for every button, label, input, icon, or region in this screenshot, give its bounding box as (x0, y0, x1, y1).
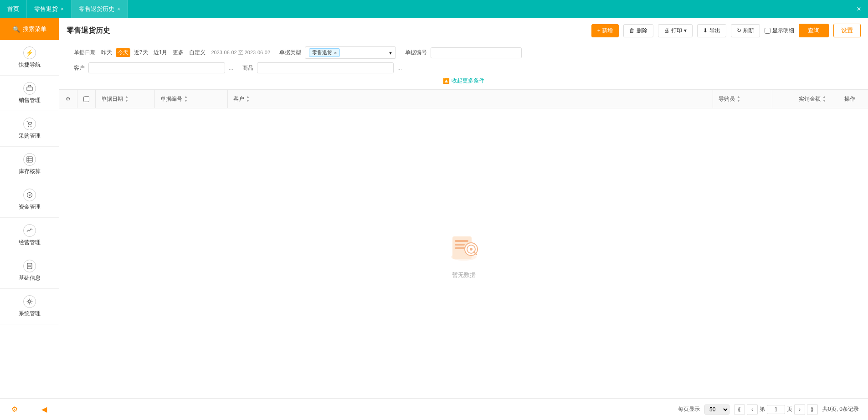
page-title-row: 零售退货历史 + 新增 🗑 删除 🖨 打印 ▾ ⬇ 导出 (67, 24, 861, 37)
collapse-label: 收起更多条件 (452, 77, 484, 85)
sidebar-item-label: 库存核算 (19, 168, 41, 175)
date-btn-1month[interactable]: 近1月 (152, 48, 169, 57)
tab-bar: 首页 零售退货 × 零售退货历史 × (0, 0, 850, 18)
date-btn-yesterday[interactable]: 昨天 (99, 48, 114, 57)
page-nav: ⟪ ‹ 第 页 › ⟫ (734, 404, 818, 415)
sidebar-item-label: 资金管理 (19, 203, 41, 211)
sidebar-bottom: ⚙ ◀ (0, 398, 59, 420)
delete-button[interactable]: 🗑 删除 (623, 24, 653, 37)
settings-icon-button[interactable]: ⚙ (7, 402, 22, 417)
close-icon[interactable]: × (61, 6, 64, 12)
th-customer[interactable]: 客户 ▲ ▼ (228, 90, 713, 108)
basic-info-icon (23, 260, 36, 272)
tab-retail-return[interactable]: 零售退货 × (27, 0, 72, 18)
th-amount[interactable]: 实销金额 ▲ ▼ (772, 90, 832, 108)
type-filter-label: 单据类型 (279, 49, 301, 56)
print-dropdown-icon: ▾ (684, 27, 687, 34)
close-icon[interactable]: × (117, 6, 120, 12)
date-btn-more[interactable]: 更多 (171, 48, 185, 57)
tab-home-label: 首页 (7, 5, 19, 13)
svg-rect-0 (27, 87, 32, 91)
sidebar-item-finance[interactable]: ¥ 资金管理 (0, 182, 59, 218)
collapse-button[interactable]: 🔼 收起更多条件 (443, 77, 484, 85)
prev-page-button[interactable]: ‹ (747, 404, 758, 415)
th-guide-label: 导购员 (719, 95, 735, 103)
sidebar-item-purchase[interactable]: 采购管理 (0, 111, 59, 147)
tab-home[interactable]: 首页 (0, 0, 27, 18)
sidebar-search-label: 搜索菜单 (23, 25, 46, 33)
pagination-bar: 每页显示 50 10 20 100 ⟪ ‹ 第 页 › ⟫ 共0页, 0条记录 (59, 398, 868, 420)
sidebar-item-inventory[interactable]: 库存核算 (0, 147, 59, 182)
collapse-up-icon: 🔼 (443, 78, 450, 84)
sidebar-item-system[interactable]: 系统管理 (0, 289, 59, 324)
th-number-label: 单据编号 (160, 95, 182, 103)
last-page-button[interactable]: ⟫ (807, 404, 818, 415)
tab-retail-return-history[interactable]: 零售退货历史 × (72, 0, 128, 18)
th-action: 操作 (832, 90, 868, 108)
date-btn-today[interactable]: 今天 (116, 48, 130, 57)
th-checkbox[interactable] (77, 90, 96, 108)
empty-text: 暂无数据 (452, 271, 476, 279)
print-button[interactable]: 🖨 打印 ▾ (658, 24, 693, 37)
content-area: 零售退货历史 + 新增 🗑 删除 🖨 打印 ▾ ⬇ 导出 (59, 18, 868, 420)
show-detail-checkbox[interactable]: 显示明细 (765, 27, 794, 35)
th-date[interactable]: 单据日期 ▲ ▼ (96, 90, 155, 108)
page-size-select[interactable]: 50 10 20 100 (704, 405, 729, 415)
page-number-input[interactable] (767, 405, 785, 414)
page-unit: 页 (787, 405, 792, 413)
table-area: ⚙ 单据日期 ▲ ▼ 单据编号 ▲ ▼ (59, 90, 868, 420)
refresh-button[interactable]: ↻ 刷新 (731, 24, 760, 37)
customer-input[interactable] (88, 62, 225, 73)
date-filter: 单据日期 昨天 今天 近7天 近1月 更多 自定义 2023-06-02 至 2… (74, 48, 270, 57)
svg-rect-15 (455, 240, 468, 242)
date-btn-7days[interactable]: 近7天 (132, 48, 150, 57)
th-action-label: 操作 (844, 95, 855, 103)
number-filter-label: 单据编号 (405, 49, 427, 56)
window-close-button[interactable]: × (850, 0, 868, 18)
th-amount-label: 实销金额 (799, 95, 821, 103)
column-settings-icon[interactable]: ⚙ (66, 96, 71, 102)
query-button[interactable]: 查询 (799, 24, 829, 37)
svg-rect-3 (27, 157, 32, 162)
collapse-sidebar-button[interactable]: ◀ (37, 402, 51, 417)
filter-area: 单据日期 昨天 今天 近7天 近1月 更多 自定义 2023-06-02 至 2… (67, 42, 861, 89)
goods-filter-label: 商品 (242, 64, 253, 72)
export-button[interactable]: ⬇ 导出 (697, 24, 726, 37)
svg-rect-16 (455, 244, 465, 246)
table-header: ⚙ 单据日期 ▲ ▼ 单据编号 ▲ ▼ (59, 90, 868, 108)
type-dropdown-icon: ▾ (389, 50, 392, 56)
sidebar-item-basic-info[interactable]: 基础信息 (0, 253, 59, 289)
new-button[interactable]: + 新增 (591, 24, 619, 37)
system-icon (23, 295, 36, 308)
setting-button[interactable]: 设置 (833, 24, 861, 37)
export-icon: ⬇ (703, 27, 708, 34)
sidebar-item-sales[interactable]: 销售管理 (0, 76, 59, 111)
sidebar-item-operation[interactable]: 经营管理 (0, 218, 59, 253)
number-filter: 单据编号 (405, 47, 522, 58)
tag-close-icon[interactable]: × (334, 50, 337, 56)
next-page-button[interactable]: › (794, 404, 805, 415)
inventory-icon (23, 153, 36, 166)
th-settings[interactable]: ⚙ (59, 90, 77, 108)
empty-state: 暂无数据 (59, 108, 868, 398)
refresh-icon: ↻ (737, 27, 741, 34)
delete-icon: 🗑 (629, 27, 635, 34)
goods-ellipsis: ... (397, 65, 402, 71)
th-customer-label: 客户 (233, 95, 244, 103)
first-page-button[interactable]: ⟪ (734, 404, 745, 415)
filter-row-2: 客户 ... 商品 ... (74, 62, 853, 73)
type-tag: 零售退货 × (309, 48, 340, 57)
date-filter-label: 单据日期 (74, 49, 96, 56)
page-title: 零售退货历史 (67, 26, 110, 36)
show-detail-input[interactable] (765, 28, 770, 34)
th-guide[interactable]: 导购员 ▲ ▼ (713, 90, 772, 108)
sidebar: 🔍 搜索菜单 ⚡ 快捷导航 销售管理 采购管理 (0, 18, 59, 420)
date-btn-custom[interactable]: 自定义 (187, 48, 207, 57)
th-number[interactable]: 单据编号 ▲ ▼ (155, 90, 228, 108)
number-input[interactable] (431, 47, 522, 58)
sidebar-search[interactable]: 🔍 搜索菜单 (0, 18, 59, 40)
select-all-checkbox[interactable] (83, 96, 89, 102)
type-select[interactable]: 零售退货 × ▾ (305, 46, 396, 59)
goods-input[interactable] (257, 62, 394, 73)
sidebar-item-quick-nav[interactable]: ⚡ 快捷导航 (0, 40, 59, 76)
